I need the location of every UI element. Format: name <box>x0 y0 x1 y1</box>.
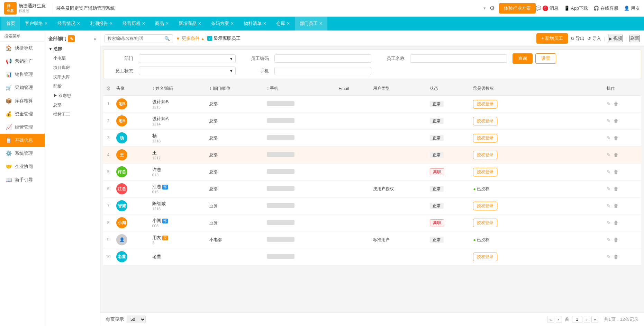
tab-operation[interactable]: 经营情况✕ <box>53 17 85 30</box>
delete-icon[interactable]: 🗑 <box>614 152 618 158</box>
message-btn[interactable]: 💬 5 消息 <box>536 5 559 11</box>
phone-input[interactable] <box>274 67 371 75</box>
user-btn[interactable]: 👤 用友 <box>624 5 640 11</box>
dropdown-arrow[interactable]: ▾ <box>483 6 486 11</box>
resigned-checkbox[interactable]: ✓ <box>207 36 212 41</box>
dept-item-hq[interactable]: 总部 <box>45 100 100 110</box>
dept-item-small-elec[interactable]: 小电部 <box>45 54 100 63</box>
tab-barcode[interactable]: 条码方案✕ <box>206 17 239 30</box>
delete-icon[interactable]: 🗑 <box>614 220 618 226</box>
edit-icon[interactable]: ✎ <box>607 186 611 192</box>
close-icon[interactable]: ✕ <box>77 21 80 26</box>
tab-goods[interactable]: 商品✕ <box>150 17 174 30</box>
delete-icon[interactable]: 🗑 <box>614 254 618 259</box>
delete-icon[interactable]: 🗑 <box>614 169 618 175</box>
tab-new-goods[interactable]: 新增商品✕ <box>174 17 206 30</box>
add-employee-btn[interactable]: + 新增员工 <box>536 33 568 44</box>
dept-item-tree-king[interactable]: 插树王三 <box>45 110 100 119</box>
sidebar-item-purchase[interactable]: 🛒 采购管理 <box>0 81 45 94</box>
filter-settings-btn[interactable]: 设置 <box>535 53 556 64</box>
dept-item-double[interactable]: ▶ 双虑想 <box>45 91 100 100</box>
edit-icon[interactable]: ✎ <box>607 169 611 175</box>
emp-name-input[interactable] <box>410 54 507 63</box>
show-resigned-toggle[interactable]: ✓ 显示离职员工 <box>207 35 241 42</box>
sidebar-item-marketing[interactable]: 📢 营销推广 <box>0 55 45 68</box>
auth-btn[interactable]: 授权登录 <box>473 100 497 108</box>
auth-btn[interactable]: 授权登录 <box>473 202 497 210</box>
edit-icon[interactable]: ✎ <box>607 203 611 209</box>
close-icon[interactable]: ✕ <box>198 21 201 26</box>
auth-btn[interactable]: 授权登录 <box>473 219 497 227</box>
sidebar-item-inventory[interactable]: 📦 库存核算 <box>0 94 45 107</box>
close-icon[interactable]: ✕ <box>44 21 48 26</box>
dept-edit-icon[interactable]: ✎ <box>68 35 75 42</box>
sidebar-item-system[interactable]: ⚙️ 系统管理 <box>0 147 45 160</box>
search-menu-input[interactable] <box>4 34 45 38</box>
import-btn[interactable]: ↺ 导入 <box>587 35 601 42</box>
tab-client[interactable]: 客户联络✕ <box>20 17 53 30</box>
close-icon[interactable]: ✕ <box>319 21 323 26</box>
edit-icon[interactable]: ✎ <box>607 135 611 141</box>
print-btn[interactable]: 刷新 <box>629 35 640 42</box>
app-download-btn[interactable]: 📱 App下载 <box>564 5 588 11</box>
first-page-btn[interactable]: « <box>547 316 554 323</box>
emp-code-input[interactable] <box>274 54 371 63</box>
auth-btn[interactable]: 授权登录 <box>473 253 497 261</box>
dept-select[interactable]: ▾ <box>139 54 236 63</box>
delete-icon[interactable]: 🗑 <box>614 101 618 107</box>
edit-icon[interactable]: ✎ <box>607 118 611 124</box>
delete-icon[interactable]: 🗑 <box>614 203 618 209</box>
sidebar-item-biz[interactable]: 📈 经营管理 <box>0 121 45 134</box>
dept-item-delivery[interactable]: 配货 <box>45 82 100 91</box>
page-number-input[interactable] <box>572 316 582 323</box>
delete-icon[interactable]: 🗑 <box>614 237 618 243</box>
tab-bom[interactable]: 物料清单✕ <box>239 17 271 30</box>
dept-item-project-room[interactable]: 项目库房 <box>45 63 100 72</box>
last-page-btn[interactable]: » <box>591 316 599 323</box>
close-icon[interactable]: ✕ <box>287 21 290 26</box>
auth-btn[interactable]: 授权登录 <box>473 117 497 125</box>
dept-collapse-btn[interactable]: « <box>94 36 97 42</box>
edit-icon[interactable]: ✎ <box>607 254 611 259</box>
search-input[interactable] <box>108 36 163 41</box>
sidebar-item-sales[interactable]: 📊 销售管理 <box>0 68 45 81</box>
edit-icon[interactable]: ✎ <box>607 220 611 226</box>
tab-profit[interactable]: 利润报告✕ <box>85 17 118 30</box>
delete-icon[interactable]: 🗑 <box>614 118 618 124</box>
export-btn[interactable]: ↻ 导出 <box>571 35 584 42</box>
sidebar-item-base[interactable]: 📋 基础信息 <box>0 134 45 147</box>
delete-icon[interactable]: 🗑 <box>614 186 618 192</box>
sidebar-item-finance[interactable]: 💰 资金管理 <box>0 107 45 121</box>
auth-btn[interactable]: 授权登录 <box>473 151 497 159</box>
prev-page-btn[interactable]: ‹ <box>556 316 562 323</box>
edit-icon[interactable]: ✎ <box>607 152 611 158</box>
delete-icon[interactable]: 🗑 <box>614 135 618 141</box>
query-btn[interactable]: 查询 <box>513 53 533 64</box>
close-icon[interactable]: ✕ <box>142 21 145 26</box>
close-icon[interactable]: ✕ <box>109 21 113 26</box>
tab-history[interactable]: 经营历程✕ <box>118 17 150 30</box>
tab-employee[interactable]: 部门员工✕ <box>295 17 327 30</box>
table-settings-icon[interactable]: ⚙ <box>106 86 111 91</box>
more-filter-btn[interactable]: ▼ 更多条件 ▲ <box>176 35 205 42</box>
per-page-select[interactable]: 50 20 100 <box>127 316 146 323</box>
status-select[interactable]: ▾ <box>139 67 236 75</box>
sidebar-item-quicknav[interactable]: 🏠 快捷导航 <box>0 42 45 55</box>
auth-btn[interactable]: 授权登录 <box>473 134 497 142</box>
tab-warehouse[interactable]: 仓库✕ <box>271 17 295 30</box>
view-btn[interactable]: ▶ 视频 <box>608 35 623 42</box>
trial-button[interactable]: 体验行业方案 <box>499 3 536 14</box>
tab-home[interactable]: 首页 <box>1 17 20 30</box>
close-icon[interactable]: ✕ <box>165 21 169 26</box>
next-page-btn[interactable]: › <box>584 316 590 323</box>
gear-button[interactable]: ⚙ <box>489 5 495 12</box>
auth-btn[interactable]: 授权登录 <box>473 168 497 176</box>
dept-group-general[interactable]: ▼ 总部 <box>45 44 100 54</box>
edit-icon[interactable]: ✎ <box>607 101 611 107</box>
sidebar-item-collab[interactable]: 🤝 企业协同 <box>0 160 45 173</box>
service-btn[interactable]: 🎧 在线客服 <box>593 5 618 11</box>
edit-icon[interactable]: ✎ <box>607 237 611 243</box>
close-icon[interactable]: ✕ <box>230 21 234 26</box>
close-icon[interactable]: ✕ <box>263 21 266 26</box>
sidebar-item-guide[interactable]: 📖 新手引导 <box>0 173 45 186</box>
